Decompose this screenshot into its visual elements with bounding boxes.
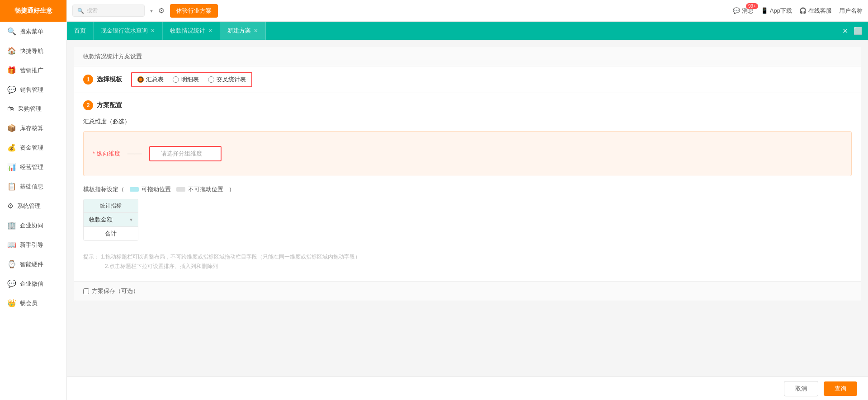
sidebar-item-operation[interactable]: 📊 经营管理 (0, 157, 66, 177)
home-icon: 🏠 (7, 47, 16, 55)
sidebar-item-label: 快捷导航 (20, 47, 43, 55)
service-label: 在线客服 (808, 7, 832, 15)
sidebar-item-label: 智能硬件 (20, 260, 43, 268)
sidebar-item-label: 畅会员 (20, 299, 38, 307)
download-label: App下载 (770, 7, 792, 15)
sidebar-item-inventory[interactable]: 📦 库存核算 (0, 118, 66, 138)
draggable-color-swatch (130, 187, 139, 192)
sidebar-item-quick-nav[interactable]: 🏠 快捷导航 (0, 41, 66, 61)
tab-new-scheme[interactable]: 新建方案 ✕ (220, 22, 266, 40)
template-selection-box: 汇总表 明细表 交叉统计表 (131, 72, 252, 87)
draggable-label: 可拖动位置 (142, 185, 171, 193)
radio-cross-label: 交叉统计表 (217, 75, 246, 84)
service-button[interactable]: 🎧 在线客服 (799, 7, 832, 15)
sidebar-item-member[interactable]: 👑 畅会员 (0, 293, 66, 313)
user-info[interactable]: 用户名称 (839, 7, 863, 15)
row-dimension-label: * 纵向维度 (93, 150, 120, 158)
sidebar-item-label: 资金管理 (20, 144, 43, 152)
radio-summary-label: 汇总表 (146, 75, 164, 84)
tab-bank-flow-close[interactable]: ✕ (151, 28, 155, 34)
purchase-icon: 🛍 (7, 105, 14, 113)
basic-info-icon: 📋 (7, 182, 16, 191)
tabbar: 首页 现金银行流水查询 ✕ 收款情况统计 ✕ 新建方案 ✕ ✕ ⬜ (67, 22, 868, 40)
tab-new-scheme-close[interactable]: ✕ (254, 28, 258, 34)
tips-section: 提示： 1.拖动标题栏可以调整布局，不可跨维度或指标区域拖动栏目字段（只能在同一… (74, 249, 861, 281)
radio-summary-input[interactable] (137, 76, 144, 83)
step2-num: 2 (83, 100, 93, 110)
legend-draggable: 可拖动位置 (130, 185, 171, 193)
close-paren: ） (229, 185, 235, 193)
message-badge: 99+ (746, 3, 758, 9)
fixed-color-swatch (176, 187, 185, 192)
sidebar-item-label: 企业协同 (20, 221, 43, 230)
message-button[interactable]: 💬 消息 99+ (733, 7, 754, 15)
main-content: 收款情况统计方案设置 1 选择模板 汇总表 明细表 (67, 40, 868, 400)
legend-fixed: 不可拖动位置 (176, 185, 223, 193)
sidebar-item-label: 系统管理 (17, 202, 41, 210)
tab-home-label: 首页 (74, 27, 86, 35)
tab-home[interactable]: 首页 (67, 22, 94, 40)
stats-table-header: 统计指标 (84, 199, 138, 213)
operation-icon: 📊 (7, 163, 16, 171)
sidebar: 畅捷通好生意 🔍 搜索菜单 🏠 快捷导航 🎁 营销推广 💬 销售管理 🛍 采购管… (0, 0, 67, 400)
tab-receipt-stats-label: 收款情况统计 (170, 27, 205, 35)
tab-receipt-stats[interactable]: 收款情况统计 ✕ (163, 22, 220, 40)
query-button[interactable]: 查询 (824, 381, 857, 396)
sidebar-item-newbie[interactable]: 📖 新手引导 (0, 235, 66, 254)
indicator-section: 模板指标设定（ 可拖动位置 不可拖动位置 ） 统计指标 (83, 185, 852, 242)
message-icon: 💬 (733, 7, 740, 14)
tab-close-all-icon[interactable]: ✕ (842, 27, 848, 35)
radio-cross-input[interactable] (208, 76, 214, 83)
corp-collab-icon: 🏢 (7, 221, 16, 230)
finance-icon: 💰 (7, 143, 16, 152)
radio-cross[interactable]: 交叉统计表 (208, 75, 246, 84)
step1-num: 1 (83, 75, 93, 85)
sidebar-item-system[interactable]: ⚙ 系统管理 (0, 196, 66, 216)
search-box[interactable]: 🔍 搜索 (72, 5, 145, 17)
bottom-section: 方案保存（可选） (74, 281, 861, 301)
sidebar-item-finance[interactable]: 💰 资金管理 (0, 138, 66, 157)
save-scheme-checkbox[interactable] (83, 288, 89, 294)
system-icon: ⚙ (7, 202, 14, 210)
tab-receipt-stats-close[interactable]: ✕ (208, 28, 212, 34)
smart-hw-icon: ⌚ (7, 260, 16, 268)
settings-icon[interactable]: ⚙ (158, 6, 165, 15)
cancel-button[interactable]: 取消 (784, 381, 818, 396)
sidebar-item-corp-wechat[interactable]: 💬 企业微信 (0, 274, 66, 293)
sidebar-item-sales[interactable]: 💬 销售管理 (0, 80, 66, 99)
radio-detail[interactable]: 明细表 (173, 75, 199, 84)
save-scheme-checkbox-label[interactable]: 方案保存（可选） (83, 287, 139, 295)
search-menu-icon: 🔍 (7, 27, 16, 36)
topbar-dropdown-icon[interactable]: ▾ (150, 8, 153, 14)
tab-bank-flow[interactable]: 现金银行流水查询 ✕ (94, 22, 163, 40)
sidebar-item-label: 营销推广 (20, 66, 43, 75)
dimension-select-button[interactable]: 请选择分组维度 (149, 146, 222, 161)
sidebar-item-label: 库存核算 (20, 124, 43, 132)
radio-detail-label: 明细表 (181, 75, 199, 84)
search-placeholder: 搜索 (87, 7, 98, 14)
tab-new-scheme-label: 新建方案 (227, 27, 251, 35)
radio-summary[interactable]: 汇总表 (137, 75, 164, 84)
sidebar-item-label: 搜索菜单 (20, 28, 43, 36)
sidebar-item-smart-hw[interactable]: ⌚ 智能硬件 (0, 254, 66, 274)
sidebar-item-label: 销售管理 (20, 86, 43, 94)
tab-bank-flow-label: 现金银行流水查询 (101, 27, 148, 35)
radio-detail-input[interactable] (173, 76, 179, 83)
app-name: 畅捷通好生意 (14, 7, 52, 15)
page-title: 收款情况统计方案设置 (83, 53, 142, 60)
inventory-icon: 📦 (7, 124, 16, 132)
stats-table-cell-amount[interactable]: 收款金额 ▾ (84, 213, 138, 227)
indicator-header: 模板指标设定（ 可拖动位置 不可拖动位置 ） (83, 185, 852, 193)
trial-button[interactable]: 体验行业方案 (170, 4, 218, 18)
marketing-icon: 🎁 (7, 66, 16, 75)
download-button[interactable]: 📱 App下载 (761, 7, 792, 15)
sidebar-item-search-menu[interactable]: 🔍 搜索菜单 (0, 22, 66, 41)
sidebar-item-basic-info[interactable]: 📋 基础信息 (0, 177, 66, 196)
tab-expand-icon[interactable]: ⬜ (854, 27, 863, 35)
sidebar-item-marketing[interactable]: 🎁 营销推广 (0, 61, 66, 80)
service-icon: 🎧 (799, 7, 807, 14)
sidebar-item-purchase[interactable]: 🛍 采购管理 (0, 99, 66, 118)
stats-dropdown-icon[interactable]: ▾ (130, 216, 132, 223)
sidebar-item-corp-collab[interactable]: 🏢 企业协同 (0, 216, 66, 235)
corp-wechat-icon: 💬 (7, 279, 16, 288)
